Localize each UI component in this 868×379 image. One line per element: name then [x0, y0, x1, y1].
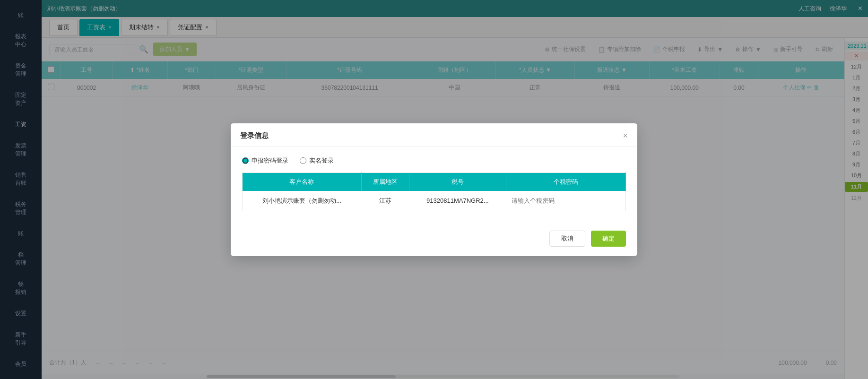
dialog-col-name: 客户名称 — [243, 172, 362, 191]
dialog-region: 江苏 — [361, 191, 409, 211]
dialog-col-taxno: 税号 — [409, 172, 506, 191]
radio-realname-login[interactable]: 实名登录 — [300, 156, 334, 165]
cancel-button[interactable]: 取消 — [549, 231, 585, 247]
dialog-body: 申报密码登录 实名登录 客户名称 所属地区 税号 个税密码 — [231, 147, 637, 221]
dialog-col-region: 所属地区 — [361, 172, 409, 191]
radio-password-label: 申报密码登录 — [252, 156, 288, 165]
radio-realname-label: 实名登录 — [309, 156, 334, 165]
dialog-header: 登录信息 × — [231, 123, 637, 147]
dialog-tax-no: 91320811MA7NGR2... — [409, 191, 506, 211]
dialog-account-table: 客户名称 所属地区 税号 个税密码 刘小艳演示账套（勿删勿动... 江苏 913… — [242, 172, 626, 211]
dialog-title: 登录信息 — [240, 131, 269, 140]
password-input[interactable] — [512, 197, 620, 204]
login-type-group: 申报密码登录 实名登录 — [242, 156, 626, 165]
dialog-client-name: 刘小艳演示账套（勿删勿动... — [243, 191, 362, 211]
dialog-table-row: 刘小艳演示账套（勿删勿动... 江苏 91320811MA7NGR2... — [243, 191, 626, 211]
radio-password-login[interactable]: 申报密码登录 — [242, 156, 288, 165]
dialog-password-field[interactable] — [506, 191, 625, 211]
dialog-close-button[interactable]: × — [623, 131, 628, 141]
radio-realname-input[interactable] — [300, 157, 306, 164]
radio-password-input[interactable] — [242, 157, 249, 164]
confirm-button[interactable]: 确定 — [591, 231, 626, 247]
login-dialog: 登录信息 × 申报密码登录 实名登录 客户名称 所属地区 — [231, 123, 637, 256]
dialog-overlay: 登录信息 × 申报密码登录 实名登录 客户名称 所属地区 — [0, 0, 868, 379]
dialog-footer: 取消 确定 — [231, 221, 637, 256]
dialog-col-password: 个税密码 — [506, 172, 625, 191]
